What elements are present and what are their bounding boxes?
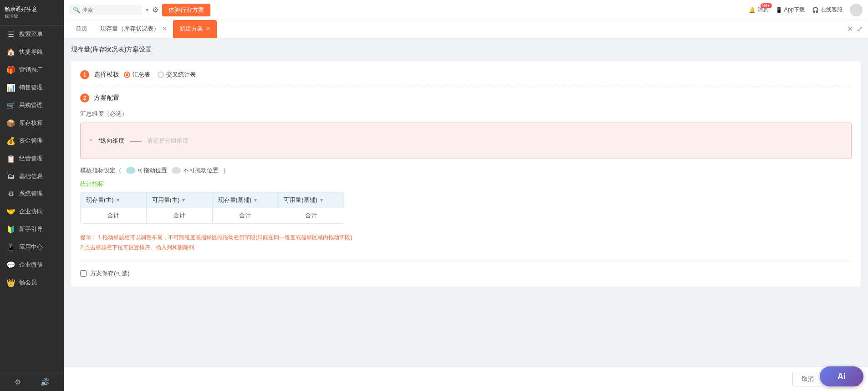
volume-icon[interactable]: 🔊 <box>41 378 50 386</box>
sidebar-item-finance[interactable]: 💰 资金管理 <box>0 132 64 150</box>
ai-label: Ai <box>837 372 846 381</box>
sidebar-item-label: 销售管理 <box>19 83 43 92</box>
avatar[interactable] <box>850 4 863 16</box>
settings-icon[interactable]: ⚙ <box>152 5 158 14</box>
radio-summary-label: 汇总表 <box>133 71 150 79</box>
cart-icon: 🛒 <box>6 101 15 110</box>
dimension-placeholder: 请选择分组维度 <box>147 137 189 145</box>
header-available-main[interactable]: 可用量(主) ▾ <box>147 192 213 208</box>
app-download-button[interactable]: 📱 App下载 <box>776 6 805 14</box>
chevron-down-icon[interactable]: ▾ <box>117 197 119 203</box>
message-badge: 99+ <box>761 3 772 8</box>
settings-icon[interactable]: ⚙ <box>15 378 21 386</box>
non-draggable-toggle: 不可拖动位置 <box>172 166 219 175</box>
sidebar-item-new-guide[interactable]: 🔰 新手引导 <box>0 221 64 238</box>
tip2: 2.点击标题栏下拉可设置排序、插入列和删除列 <box>80 243 852 253</box>
header-inventory-main-label: 现存量(主) <box>86 196 114 204</box>
radio-cross-label: 交叉统计表 <box>166 71 196 79</box>
bottom-action-bar: 取消 查询 <box>64 366 868 391</box>
sidebar-item-label: 库存核算 <box>19 119 43 127</box>
close-icon[interactable]: ✕ <box>847 25 853 33</box>
service-button[interactable]: 🎧 在线客服 <box>812 6 842 14</box>
close-icon[interactable]: ✕ <box>162 26 167 32</box>
radio-dot-cross <box>158 72 164 78</box>
sidebar-item-member[interactable]: 👑 畅会员 <box>0 274 64 292</box>
tab-inventory-status[interactable]: 现存量（库存状况表） ✕ <box>94 20 173 38</box>
save-checkbox[interactable] <box>80 270 87 277</box>
sidebar-item-quick-nav[interactable]: 🏠 快捷导航 <box>0 43 64 61</box>
app-name: 畅康通好生意 <box>5 5 59 13</box>
stats-label: 统计指标 <box>80 180 852 188</box>
sidebar-item-basic-info[interactable]: 🗂 基础信息 <box>0 168 64 185</box>
sidebar-item-label: 经营管理 <box>19 154 43 163</box>
radio-cross[interactable]: 交叉统计表 <box>158 71 196 79</box>
ai-bubble[interactable]: Ai <box>820 366 863 386</box>
step2-badge: 2 <box>80 93 89 103</box>
sidebar-item-management[interactable]: 📋 经营管理 <box>0 150 64 168</box>
step1-label: 选择模板 <box>94 71 119 79</box>
sidebar-item-search-menu[interactable]: ☰ 搜索菜单 <box>0 26 64 43</box>
tip2-text: 2.点击标题栏下拉可设置排序、插入列和删除列 <box>80 244 194 251</box>
sidebar-item-app-center[interactable]: 📱 应用中心 <box>0 238 64 256</box>
header-inventory-aux[interactable]: 现存量(基辅) ▾ <box>213 192 279 208</box>
sidebar-item-wechat[interactable]: 💬 企业微信 <box>0 256 64 274</box>
chevron-down-icon[interactable]: ▾ <box>182 197 185 203</box>
sidebar-item-purchase[interactable]: 🛒 采购管理 <box>0 97 64 114</box>
cancel-button[interactable]: 取消 <box>792 372 823 386</box>
clipboard-icon: 📋 <box>6 154 15 163</box>
draggable-toggle[interactable]: 可拖动位置 <box>126 166 167 175</box>
divider-1 <box>80 87 852 87</box>
sidebar-item-system[interactable]: ⚙ 系统管理 <box>0 185 64 203</box>
sidebar-item-label: 搜索菜单 <box>19 30 43 38</box>
template-radio-group: 汇总表 交叉统计表 <box>124 71 196 79</box>
tab-inventory-label: 现存量（库存状况表） <box>100 25 159 33</box>
tab-home[interactable]: 首页 <box>69 20 94 38</box>
dimension-label: *纵向维度 <box>98 137 124 145</box>
settings-card: 1 选择模板 汇总表 交叉统计表 2 方案配置 <box>71 61 861 287</box>
home-icon: 🏠 <box>6 48 15 57</box>
summary-dimension-label: 汇总维度（必选） <box>80 110 852 118</box>
stats-body-row: 合计 合计 合计 合计 <box>81 208 344 223</box>
app-label: App下载 <box>784 6 805 14</box>
indicator-settings-row: 模板指标设定（ 可拖动位置 不可拖动位置 ） <box>80 166 852 175</box>
money-icon: 💰 <box>6 137 15 145</box>
cell-inventory-main: 合计 <box>81 208 147 223</box>
tab-home-label: 首页 <box>76 25 87 33</box>
stats-header-row: 现存量(主) ▾ 可用量(主) ▾ 现存量(基辅) ▾ 可用量(基辅) ▾ <box>81 192 344 208</box>
tabs-actions: ✕ ⤢ <box>847 25 863 33</box>
chevron-down-icon[interactable]: ▾ <box>146 7 148 13</box>
chevron-down-icon[interactable]: ▾ <box>320 197 323 203</box>
header-available-aux-label: 可用量(基辅) <box>284 196 317 204</box>
toggle-box-draggable <box>126 167 135 174</box>
tip1: 提示： 1.拖动标题栏可以调整布局，不可跨维度或指标区域拖动栏目字段(只能在同一… <box>80 233 852 243</box>
header-available-aux[interactable]: 可用量(基辅) ▾ <box>278 192 344 208</box>
sidebar-item-cooperation[interactable]: 🤝 企业协同 <box>0 203 64 221</box>
topbar-left: 🔍 ▾ ⚙ 体验行业方案 <box>69 4 744 16</box>
service-label: 在线客服 <box>821 6 842 14</box>
tips-section: 提示： 1.拖动标题栏可以调整布局，不可跨维度或指标区域拖动栏目字段(只能在同一… <box>80 233 852 252</box>
search-box[interactable]: 🔍 <box>69 5 142 15</box>
expand-icon[interactable]: ⤢ <box>857 25 863 33</box>
sidebar-item-label: 企业微信 <box>19 261 43 269</box>
message-button[interactable]: 🔔 消息 99+ <box>749 6 768 14</box>
close-icon[interactable]: ✕ <box>206 26 210 32</box>
header-inventory-main[interactable]: 现存量(主) ▾ <box>81 192 147 208</box>
topbar-right: 🔔 消息 99+ 📱 App下载 🎧 在线客服 <box>749 4 863 16</box>
save-label: 方案保存(可选) <box>90 269 130 278</box>
handshake-icon: 🤝 <box>6 207 15 216</box>
non-draggable-label: 不可拖动位置 <box>183 166 219 175</box>
box-icon: 📦 <box>6 119 15 128</box>
sidebar-item-inventory[interactable]: 📦 库存核算 <box>0 114 64 132</box>
cell-available-main: 合计 <box>147 208 213 223</box>
radio-summary[interactable]: 汇总表 <box>124 71 150 79</box>
dimension-area[interactable]: * *纵向维度 —— 请选择分组维度 <box>80 123 852 159</box>
sidebar-item-sales[interactable]: 📊 销售管理 <box>0 79 64 97</box>
cell-inventory-aux: 合计 <box>213 208 279 223</box>
tab-new-plan[interactable]: 新建方案 ✕ <box>173 20 217 38</box>
chevron-down-icon[interactable]: ▾ <box>254 197 257 203</box>
sidebar-item-label: 系统管理 <box>19 190 43 198</box>
page-content: 现存量(库存状况表)方案设置 1 选择模板 汇总表 交叉统计表 <box>64 38 868 366</box>
search-input[interactable] <box>82 7 138 13</box>
sidebar-item-marketing[interactable]: 🎁 营销推广 <box>0 61 64 79</box>
trial-button[interactable]: 体验行业方案 <box>162 4 210 16</box>
